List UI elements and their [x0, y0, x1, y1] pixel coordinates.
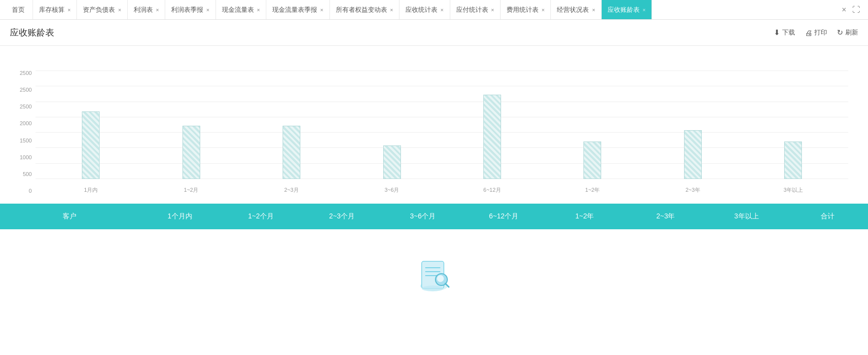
bar[interactable] — [483, 95, 501, 179]
download-label: 下载 — [782, 28, 795, 37]
y-axis-label: 1500 — [20, 138, 32, 143]
table-header-cell: 1~2年 — [544, 212, 625, 221]
bar-group — [141, 126, 241, 179]
x-labels: 1月内1~2月2~3月3~6月6~12月1~2年2~3年3年以上 — [36, 186, 848, 194]
bar[interactable] — [784, 142, 802, 179]
table-header-cell: 2~3年 — [625, 212, 706, 221]
tab-inventory[interactable]: 库存核算× — [33, 0, 77, 20]
table-header-cell: 1个月内 — [140, 212, 220, 221]
print-button[interactable]: 🖨 打印 — [805, 28, 827, 37]
x-axis-label: 1~2月 — [141, 186, 241, 194]
tab-label: 费用统计表 — [506, 5, 539, 14]
empty-icon — [409, 249, 459, 298]
header-actions: ⬇ 下载 🖨 打印 ↻ 刷新 — [774, 28, 858, 37]
bar-group — [342, 145, 442, 179]
refresh-icon: ↻ — [837, 28, 843, 37]
bar[interactable] — [383, 145, 401, 179]
tab-home[interactable]: 首页 — [4, 0, 33, 20]
tab-equity[interactable]: 所有者权益变动表× — [330, 0, 399, 20]
y-axis-label: 1000 — [20, 155, 32, 160]
y-axis: 2500250025002000150010005000 — [20, 71, 32, 194]
svg-point-9 — [422, 285, 443, 291]
svg-point-7 — [437, 275, 444, 282]
tab-label: 应收账龄表 — [608, 5, 640, 14]
tab-label: 库存核算 — [39, 5, 65, 14]
tab-close-icon[interactable]: × — [68, 7, 71, 13]
table-header-cell: 2~3个月 — [301, 212, 382, 221]
print-icon: 🖨 — [805, 29, 812, 37]
tab-home-label: 首页 — [12, 5, 25, 14]
x-axis-label: 2~3年 — [643, 186, 743, 194]
download-button[interactable]: ⬇ 下载 — [774, 28, 795, 37]
tab-operations[interactable]: 经营状况表× — [551, 0, 601, 20]
table-header-cell: 3年以上 — [706, 212, 787, 221]
main-content: 2500250025002000150010005000 1月内1~2月2~3月… — [0, 46, 868, 355]
tab-label: 应收统计表 — [405, 5, 437, 14]
bar[interactable] — [182, 126, 200, 179]
y-axis-label: 2500 — [20, 71, 32, 76]
tab-label: 利润表季报 — [171, 5, 203, 14]
bar[interactable] — [583, 142, 601, 179]
table-header-cell: 1~2个月 — [220, 212, 301, 221]
tab-label: 现金流量表季报 — [272, 5, 317, 14]
x-axis-label: 2~3月 — [241, 186, 341, 194]
maximize-icon[interactable]: ⛶ — [852, 5, 860, 14]
tab-profit-quarterly[interactable]: 利润表季报× — [165, 0, 216, 20]
tab-balance-sheet[interactable]: 资产负债表× — [77, 0, 127, 20]
tab-close-icon[interactable]: × — [542, 7, 544, 13]
bar[interactable] — [82, 111, 100, 179]
x-axis-label: 3~6月 — [342, 186, 442, 194]
x-axis-label: 1~2年 — [542, 186, 643, 194]
chart-container: 2500250025002000150010005000 1月内1~2月2~3月… — [0, 46, 868, 204]
x-axis-label: 3年以上 — [743, 186, 843, 194]
tab-expense-stats[interactable]: 费用统计表× — [501, 0, 551, 20]
bar[interactable] — [684, 130, 702, 179]
tab-close-icon[interactable]: × — [320, 7, 323, 13]
bar-group — [643, 130, 743, 179]
y-axis-label: 2500 — [20, 104, 32, 109]
bar-group — [542, 142, 643, 179]
tab-cashflow-quarterly[interactable]: 现金流量表季报× — [266, 0, 329, 20]
tab-close-icon[interactable]: × — [206, 7, 209, 13]
x-axis-label: 1月内 — [40, 186, 141, 194]
bar-group — [241, 126, 341, 179]
print-label: 打印 — [814, 28, 827, 37]
table-header: 客户1个月内1~2个月2~3个月3~6个月6~12个月1~2年2~3年3年以上合… — [0, 204, 868, 229]
bar-group — [743, 142, 843, 179]
tab-ap-stats[interactable]: 应付统计表× — [450, 0, 501, 20]
tab-close-icon[interactable]: × — [643, 7, 646, 13]
empty-state — [0, 229, 868, 308]
tab-ar-stats[interactable]: 应收统计表× — [399, 0, 450, 20]
y-axis-label: 2000 — [20, 121, 32, 126]
table-header-cell: 3~6个月 — [382, 212, 463, 221]
download-icon: ⬇ — [774, 28, 780, 37]
bar[interactable] — [283, 126, 300, 179]
chart-area: 1月内1~2月2~3月3~6月6~12月1~2年2~3年3年以上 — [36, 71, 848, 194]
table-header-cell: 客户 — [0, 212, 140, 221]
table-header-cell: 6~12个月 — [463, 212, 544, 221]
tab-close-icon[interactable]: × — [118, 7, 121, 13]
tab-label: 所有者权益变动表 — [336, 5, 387, 14]
x-axis-label: 6~12月 — [442, 186, 542, 194]
table-header-cell: 合计 — [787, 212, 868, 221]
y-axis-label: 0 — [20, 188, 32, 194]
tab-cashflow[interactable]: 现金流量表× — [216, 0, 266, 20]
tab-close-icon[interactable]: × — [592, 7, 595, 13]
tab-label: 利润表 — [134, 5, 153, 14]
tab-close-icon[interactable]: × — [257, 7, 260, 13]
refresh-label: 刷新 — [845, 28, 858, 37]
tab-ar-aging[interactable]: 应收账龄表× — [602, 0, 652, 20]
tab-close-icon[interactable]: × — [156, 7, 159, 13]
tab-close-icon[interactable]: × — [491, 7, 494, 13]
chart-wrapper: 2500250025002000150010005000 1月内1~2月2~3月… — [20, 56, 848, 194]
tab-profit[interactable]: 利润表× — [128, 0, 165, 20]
close-icon[interactable]: × — [842, 5, 846, 14]
tab-label: 经营状况表 — [557, 5, 589, 14]
tab-label: 应付统计表 — [456, 5, 488, 14]
tab-close-icon[interactable]: × — [440, 7, 443, 13]
bar-group — [442, 95, 542, 179]
tab-close-icon[interactable]: × — [390, 7, 393, 13]
bars-area — [36, 71, 848, 179]
refresh-button[interactable]: ↻ 刷新 — [837, 28, 858, 37]
tab-bar: 首页 库存核算×资产负债表×利润表×利润表季报×现金流量表×现金流量表季报×所有… — [0, 0, 868, 20]
